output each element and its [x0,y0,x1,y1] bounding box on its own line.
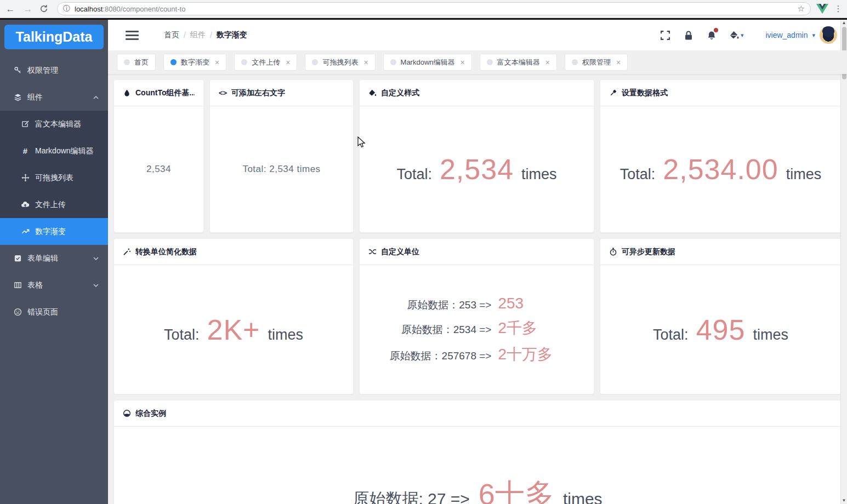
sidebar-item-count-to[interactable]: 数字渐变 [0,218,108,245]
breadcrumb: 首页 / 组件 / 数字渐变 [164,30,247,40]
username: iview_admin [765,31,808,39]
card-title: 转换单位简化数据 [135,247,197,257]
user-menu[interactable]: iview_admin ▾ [765,26,837,44]
fullscreen-icon[interactable] [660,30,671,41]
sidebar-item-label: 表单编辑 [27,254,58,264]
count-value: 2,534 [440,153,514,186]
tags-nav: 首页 数字渐变 × 文件上传 × 可拖拽列表 × Markdown编辑器 × [108,50,847,74]
tab-rich-text-editor[interactable]: 富文本编辑器 × [480,54,557,71]
card-title: 综合实例 [135,409,166,419]
tab-home[interactable]: 首页 [117,54,156,71]
sidebar-item-permissions[interactable]: 权限管理 [0,57,108,84]
sidebar-item-draggable-list[interactable]: 可拖拽列表 [0,164,108,191]
sidebar-item-label: 表格 [27,280,43,290]
sidebar-item-file-upload[interactable]: 文件上传 [0,191,108,218]
forward-icon[interactable]: → [22,4,34,14]
browser-toolbar: ← → ⓘ localhost:8080/component/count-to … [0,0,847,18]
sad-face-icon [13,308,22,317]
sidebar-item-label: 富文本编辑器 [35,119,81,129]
tab-dot [572,59,578,65]
planet-icon [123,409,131,417]
tab-dot [312,59,318,65]
sidebar-item-label: 权限管理 [27,66,58,76]
breadcrumb-section[interactable]: 组件 [190,30,206,40]
sidebar-item-rich-text-editor[interactable]: 富文本编辑器 [0,111,108,138]
close-icon[interactable]: × [286,58,290,67]
card-title: 可添加左右文字 [231,88,285,98]
tab-file-upload[interactable]: 文件上传 × [234,54,297,71]
count-line: Total: 2,534 times [396,153,556,186]
avatar[interactable] [820,26,837,44]
chevron-up-icon [93,94,99,101]
close-icon[interactable]: × [545,58,550,67]
tab-count-to[interactable]: 数字渐变 × [163,54,226,71]
page-scrollbar[interactable]: ▲ ▼ [840,20,847,504]
count-value: 253 [498,295,564,312]
close-icon[interactable]: × [461,58,465,67]
card-countto-format: 设置数据格式 Total: 2,534.00 times [600,79,842,233]
tab-dot [487,59,493,65]
refresh-icon[interactable] [39,4,52,13]
tab-dot [170,59,177,65]
url-text[interactable]: localhost:8080/component/count-to [75,5,793,13]
count-value: 2十万多 [498,344,564,365]
sidebar: TalkingData 权限管理 组件 [0,20,108,504]
paint-bucket-icon [729,30,740,40]
tab-dot [390,59,396,65]
theme-switcher[interactable]: ▾ [729,30,744,40]
sidebar-item-form-editor[interactable]: 表单编辑 [0,245,108,272]
sidebar-item-label: 错误页面 [27,307,58,317]
address-bar[interactable]: ⓘ localhost:8080/component/count-to ☆ [57,2,811,15]
breadcrumb-home[interactable]: 首页 [164,30,179,40]
sidebar-item-label: 文件上传 [35,200,66,210]
count-line: 原始数据: 27 => 6十多 times [353,475,602,504]
sidebar-item-markdown-editor[interactable]: # Markdown编辑器 [0,138,108,164]
shuffle-icon [368,248,377,256]
count-line: Total: 2,534.00 times [620,153,821,186]
card-title: 自定义样式 [381,88,419,98]
move-icon [21,174,30,182]
unit-row: 原始数据：2534 => 2千多 [401,318,564,339]
notification-bell-icon[interactable] [706,30,717,41]
hamburger-menu-icon[interactable] [126,28,139,42]
page-content: CountTo组件基... 2,534 <> 可添加左右文字 Total: 2,… [108,74,847,504]
card-countto-simplify: 转换单位简化数据 Total: 2K+ times [113,238,354,394]
scroll-down-icon[interactable]: ▼ [841,497,847,504]
bookmark-star-icon[interactable]: ☆ [798,4,805,14]
close-icon[interactable]: × [363,58,368,67]
logo[interactable]: TalkingData [4,25,104,49]
chevron-down-icon [93,282,99,289]
count-value: 2K+ [207,313,260,346]
count-value: 2,534.00 [663,153,778,186]
browser-menu-icon[interactable]: ⋮ [834,4,843,14]
sidebar-item-components[interactable]: 组件 [0,84,108,111]
sidebar-submenu-components: 富文本编辑器 # Markdown编辑器 可拖拽列表 文件上传 [0,111,108,245]
sidebar-item-label: 组件 [27,93,43,102]
stopwatch-icon [609,248,617,256]
tab-draggable-list[interactable]: 可拖拽列表 × [305,54,375,71]
scroll-up-icon[interactable]: ▲ [841,20,847,26]
sidebar-item-tables[interactable]: 表格 [0,272,108,299]
unit-row: 原始数据：257678 => 2十万多 [390,344,564,365]
close-icon[interactable]: × [215,58,219,67]
grid-icon [13,281,22,290]
tab-permissions[interactable]: 权限管理 × [565,54,628,71]
back-icon[interactable]: ← [4,4,16,14]
trending-up-icon [21,227,30,236]
vue-devtools-icon[interactable] [816,4,828,14]
tab-markdown-editor[interactable]: Markdown编辑器 × [383,54,472,71]
lock-icon[interactable] [683,30,694,41]
sidebar-item-error-pages[interactable]: 错误页面 [0,299,108,325]
pound-icon: # [21,147,30,156]
card-countto-async: 可异步更新数据 Total: 495 times [600,238,842,394]
card-countto-unit: 自定义单位 原始数据：253 => 253 原始数据：2534 => 2千多 [359,238,594,394]
card-title: 自定义单位 [381,247,419,257]
close-icon[interactable]: × [616,58,621,67]
code-icon: <> [219,89,227,97]
page-info-icon[interactable]: ⓘ [63,4,70,14]
count-value: 6十多 [479,475,554,504]
card-countto-text: <> 可添加左右文字 Total: 2,534 times [209,79,354,233]
caret-down-icon: ▾ [812,32,815,39]
cloud-upload-icon [21,201,30,209]
water-drop-icon [123,89,131,97]
